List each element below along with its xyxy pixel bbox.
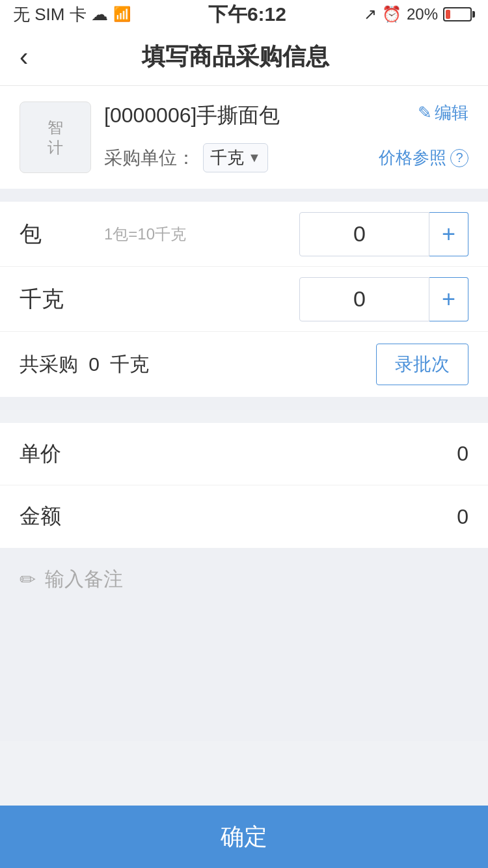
- bag-label: 包: [20, 219, 98, 249]
- page-title: 填写商品采购信息: [41, 41, 429, 73]
- bag-qty-wrap: +: [299, 212, 468, 256]
- section-divider-1: [0, 189, 488, 202]
- kg-label: 千克: [20, 284, 98, 314]
- unit-value: 千克: [210, 146, 244, 169]
- edit-button[interactable]: ✎ 编辑: [418, 102, 468, 124]
- remark-section[interactable]: ✏ 输入备注: [0, 548, 488, 611]
- nav-bar: ‹ 填写商品采购信息: [0, 29, 488, 86]
- summary-row: 共采购 0 千克 录批次: [0, 332, 488, 397]
- batch-button[interactable]: 录批次: [376, 344, 468, 385]
- bag-plus-button[interactable]: +: [429, 212, 468, 256]
- info-icon: ?: [450, 149, 468, 167]
- unit-label: 采购单位：: [104, 146, 195, 170]
- total-purchase-label: 共采购: [20, 353, 78, 375]
- total-value: 0: [88, 353, 100, 375]
- amount-value: 0: [457, 505, 468, 529]
- price-section: 单价 0 金额 0: [0, 423, 488, 548]
- unit-price-label: 单价: [20, 440, 61, 468]
- product-name-row: [0000006]手撕面包 ✎ 编辑: [104, 102, 468, 130]
- input-section: 包 1包=10千克 + 千克 +: [0, 202, 488, 332]
- unit-select[interactable]: 千克 ▼: [203, 143, 268, 172]
- bottom-spacer: [0, 611, 488, 741]
- product-image: 智 计: [20, 102, 91, 173]
- back-button[interactable]: ‹: [20, 42, 28, 72]
- status-right: ↗ ⏰ 20%: [364, 5, 475, 23]
- purchase-unit-row: 采购单位： 千克 ▼ 价格参照 ?: [104, 143, 468, 172]
- bag-qty-input[interactable]: [299, 212, 429, 256]
- confirm-button-label: 确定: [221, 821, 267, 853]
- total-unit: 千克: [110, 353, 149, 375]
- wifi-icon: 📶: [113, 6, 131, 23]
- product-info: [0000006]手撕面包 ✎ 编辑 采购单位： 千克 ▼ 价格参照 ?: [104, 102, 468, 172]
- summary-text: 共采购 0 千克: [20, 351, 149, 378]
- edit-icon: ✎: [418, 103, 432, 123]
- bag-input-row: 包 1包=10千克 +: [0, 202, 488, 267]
- amount-label: 金额: [20, 502, 61, 531]
- product-logo: 智 计: [47, 117, 63, 157]
- location-icon: ↗: [364, 5, 377, 23]
- status-bar: 无 SIM 卡 ☁ 📶 下午6:12 ↗ ⏰ 20%: [0, 0, 488, 29]
- kg-plus-button[interactable]: +: [429, 277, 468, 321]
- chevron-down-icon: ▼: [248, 150, 261, 165]
- product-name: [0000006]手撕面包: [104, 102, 280, 130]
- bag-sub-label: 1包=10千克: [104, 224, 299, 245]
- kg-qty-wrap: +: [299, 277, 468, 321]
- edit-label: 编辑: [435, 102, 468, 124]
- kg-input-row: 千克 +: [0, 267, 488, 332]
- kg-qty-input[interactable]: [299, 277, 429, 321]
- section-divider-2: [0, 397, 488, 410]
- product-card: 智 计 [0000006]手撕面包 ✎ 编辑 采购单位： 千克 ▼ 价格参照 ?: [0, 86, 488, 189]
- pencil-icon: ✏: [20, 568, 36, 591]
- amount-row: 金额 0: [0, 485, 488, 548]
- status-left: 无 SIM 卡 ☁ 📶: [13, 3, 131, 26]
- alarm-icon: ⏰: [382, 5, 401, 23]
- unit-price-value: 0: [457, 442, 468, 466]
- battery-percent: 20%: [407, 5, 438, 23]
- remark-placeholder: 输入备注: [45, 566, 123, 593]
- confirm-bar[interactable]: 确定: [0, 806, 488, 868]
- unit-price-row: 单价 0: [0, 423, 488, 485]
- price-ref-label: 价格参照: [379, 146, 446, 169]
- status-time: 下午6:12: [208, 1, 286, 28]
- battery-icon: [443, 7, 475, 21]
- sim-status: 无 SIM 卡 ☁: [13, 3, 108, 26]
- price-ref-button[interactable]: 价格参照 ?: [379, 146, 468, 169]
